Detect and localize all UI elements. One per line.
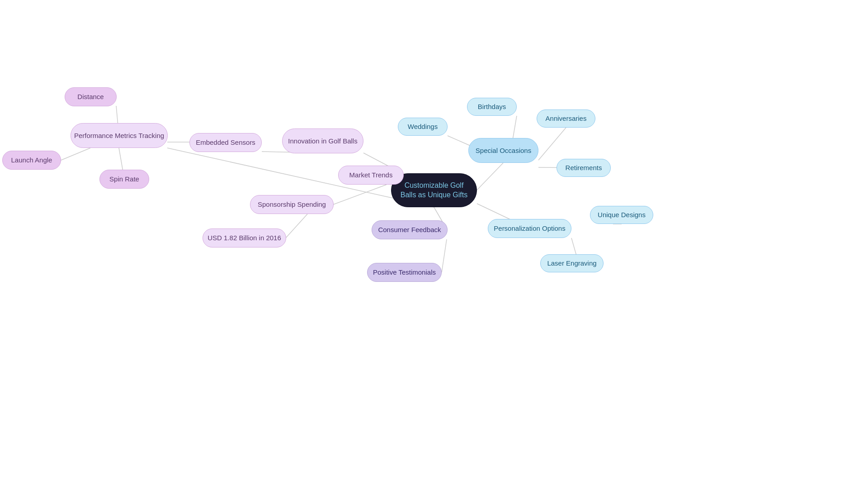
svg-line-14 <box>538 128 566 160</box>
launch-angle-node[interactable]: Launch Angle <box>2 151 61 170</box>
retirements-node[interactable]: Retirements <box>557 159 611 177</box>
usd-node[interactable]: USD 1.82 Billion in 2016 <box>203 228 286 247</box>
performance-metrics-node[interactable]: Performance Metrics Tracking <box>71 123 168 148</box>
weddings-node[interactable]: Weddings <box>398 118 448 136</box>
spin-rate-node[interactable]: Spin Rate <box>99 170 149 189</box>
special-occasions-node[interactable]: Special Occasions <box>468 138 538 163</box>
personalization-node[interactable]: Personalization Options <box>488 219 571 238</box>
svg-line-9 <box>286 214 307 238</box>
laser-engraving-node[interactable]: Laser Engraving <box>540 254 604 272</box>
center-node[interactable]: Customizable Golf Balls as Unique Gifts <box>391 173 477 207</box>
positive-testimonials-node[interactable]: Positive Testimonials <box>367 263 442 282</box>
consumer-feedback-node[interactable]: Consumer Feedback <box>372 220 448 239</box>
distance-node[interactable]: Distance <box>65 87 117 106</box>
birthdays-node[interactable]: Birthdays <box>467 98 517 116</box>
svg-line-2 <box>61 148 90 160</box>
unique-designs-node[interactable]: Unique Designs <box>590 206 653 224</box>
svg-line-8 <box>333 185 387 205</box>
svg-line-11 <box>442 239 447 272</box>
embedded-sensors-node[interactable]: Embedded Sensors <box>189 133 262 152</box>
sponsorship-node[interactable]: Sponsorship Spending <box>250 195 334 214</box>
anniversaries-node[interactable]: Anniversaries <box>537 109 595 128</box>
mind-map-connections <box>0 0 868 490</box>
innovation-node[interactable]: Innovation in Golf Balls <box>282 128 363 153</box>
svg-line-12 <box>477 163 503 190</box>
market-trends-node[interactable]: Market Trends <box>338 166 404 185</box>
